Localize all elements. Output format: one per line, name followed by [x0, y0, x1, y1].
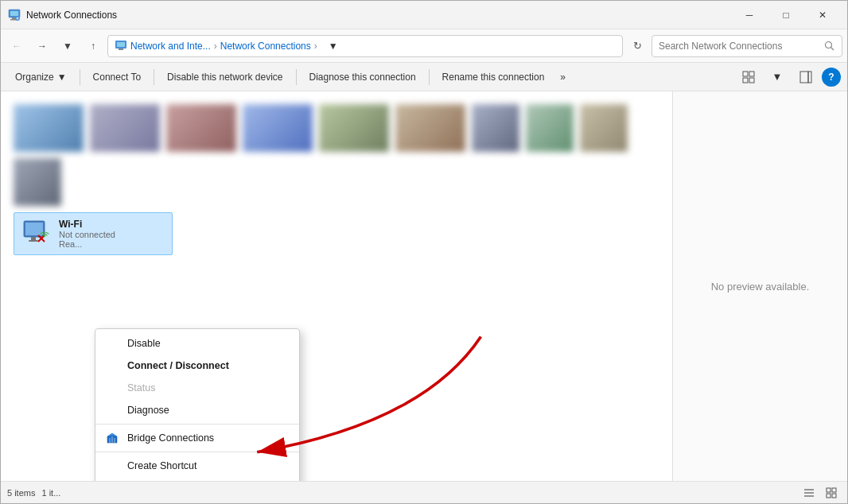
show-preview-button[interactable]: [793, 66, 819, 88]
ctx-separator-1: [95, 424, 299, 425]
breadcrumb-current-text: Network Connections: [220, 41, 311, 52]
main-content: Wi-Fi Not connected Rea... Disable Conne…: [1, 91, 847, 481]
svg-point-5: [18, 18, 18, 19]
no-preview-text: No preview available.: [711, 281, 810, 293]
svg-rect-20: [29, 240, 38, 242]
preview-icon: [799, 71, 812, 83]
diagnose-button[interactable]: Diagnose this connection: [301, 66, 424, 88]
recent-locations-button[interactable]: ▼: [56, 35, 79, 57]
ctx-disable-icon: [105, 336, 119, 351]
svg-rect-15: [800, 72, 808, 83]
breadcrumb-icon: [115, 40, 127, 52]
svg-rect-13: [743, 78, 748, 83]
rename-label: Rename this connection: [442, 72, 545, 83]
network-icon: [21, 218, 53, 250]
breadcrumb[interactable]: Network and Inte... › Network Connection…: [107, 35, 623, 57]
breadcrumb-dropdown-button[interactable]: ▼: [324, 37, 343, 56]
svg-rect-28: [827, 488, 830, 492]
grid-view-icon: [825, 487, 838, 499]
help-button[interactable]: ?: [822, 68, 841, 87]
svg-point-9: [826, 41, 832, 48]
toolbar-separator-3: [296, 69, 297, 85]
status-list-view-button[interactable]: [799, 484, 819, 502]
connect-to-label: Connect To: [93, 72, 142, 83]
toolbar-separator-1: [80, 69, 80, 85]
selected-count: 1 it...: [41, 488, 60, 498]
list-view-icon: [803, 487, 815, 499]
ctx-disable[interactable]: Disable: [95, 332, 299, 355]
preview-panel: No preview available.: [672, 91, 847, 481]
svg-rect-31: [832, 494, 836, 498]
view-dropdown-button[interactable]: ▼: [764, 66, 790, 88]
breadcrumb-current[interactable]: Network Connections: [220, 41, 311, 52]
more-options-label: »: [560, 72, 566, 83]
ctx-disable-label: Disable: [127, 338, 161, 349]
toolbar-right: ▼ ?: [736, 66, 841, 88]
svg-rect-30: [827, 494, 830, 498]
status-bar-right: [799, 484, 841, 502]
ctx-shortcut-label: Create Shortcut: [127, 460, 197, 471]
status-bar: 5 items 1 it...: [1, 481, 847, 503]
organize-label: Organize: [15, 72, 54, 83]
wifi-computer-icon: [21, 218, 53, 250]
close-button[interactable]: ✕: [804, 2, 841, 28]
connect-to-button[interactable]: Connect To: [85, 66, 150, 88]
window-icon: [7, 8, 21, 22]
rename-button[interactable]: Rename this connection: [434, 66, 553, 88]
svg-rect-12: [749, 72, 754, 76]
disable-button[interactable]: Disable this network device: [159, 66, 290, 88]
status-grid-view-button[interactable]: [822, 484, 841, 502]
help-label: ?: [828, 72, 834, 83]
ctx-bridge-label: Bridge Connections: [127, 432, 214, 444]
maximize-button[interactable]: □: [768, 2, 804, 28]
ctx-connect-icon: [105, 359, 119, 373]
minimize-button[interactable]: ─: [731, 2, 768, 28]
ctx-bridge-icon: [105, 431, 119, 445]
ctx-diagnose[interactable]: Diagnose: [95, 399, 299, 421]
svg-rect-19: [31, 237, 36, 240]
ctx-separator-2: [95, 452, 299, 452]
organize-button[interactable]: Organize ▼: [7, 66, 75, 88]
view-options-button[interactable]: [736, 66, 761, 88]
refresh-button[interactable]: ↻: [626, 35, 648, 57]
breadcrumb-parent-text: Network and Inte...: [130, 41, 211, 52]
search-box[interactable]: [652, 35, 842, 57]
network-info: Wi-Fi Not connected Rea...: [59, 219, 165, 249]
ctx-connect-label: Connect / Disconnect: [127, 360, 229, 371]
address-bar: ← → ▼ ↑ Network and Inte... › Network Co…: [1, 29, 847, 63]
network-status-2: Rea...: [59, 239, 165, 249]
up-button[interactable]: ↑: [82, 35, 104, 57]
svg-rect-8: [119, 48, 123, 50]
window-title: Network Connections: [26, 10, 731, 21]
toolbar-separator-2: [154, 69, 154, 85]
ctx-delete: Delete: [95, 477, 299, 481]
forward-button[interactable]: →: [31, 35, 53, 57]
ctx-bridge[interactable]: Bridge Connections: [95, 427, 299, 449]
toolbar-separator-4: [429, 69, 430, 85]
ctx-status-label: Status: [127, 382, 155, 394]
more-options-button[interactable]: »: [554, 66, 572, 88]
breadcrumb-parent[interactable]: Network and Inte...: [130, 41, 211, 52]
svg-point-23: [44, 235, 45, 237]
search-icon: [824, 41, 835, 52]
svg-rect-7: [117, 42, 125, 47]
svg-line-10: [831, 47, 834, 50]
svg-rect-16: [808, 72, 811, 83]
back-button[interactable]: ←: [6, 35, 28, 57]
toolbar: Organize ▼ Connect To Disable this netwo…: [1, 63, 847, 91]
ctx-status: Status: [95, 377, 299, 399]
ctx-create-shortcut[interactable]: Create Shortcut: [95, 455, 299, 477]
organize-dropdown-icon: ▼: [57, 72, 67, 83]
ctx-shortcut-icon: [105, 459, 119, 473]
search-input[interactable]: [659, 41, 824, 52]
wifi-network-item[interactable]: Wi-Fi Not connected Rea...: [14, 212, 173, 255]
ctx-connect-disconnect[interactable]: Connect / Disconnect: [95, 355, 299, 377]
svg-rect-14: [749, 78, 754, 83]
svg-rect-11: [743, 72, 748, 76]
title-bar: Network Connections ─ □ ✕: [1, 1, 847, 29]
blurred-items-area: [7, 98, 666, 209]
disable-label: Disable this network device: [167, 72, 282, 83]
diagnose-label: Diagnose this connection: [309, 72, 416, 83]
svg-rect-29: [832, 488, 836, 492]
ctx-status-icon: [105, 381, 119, 395]
